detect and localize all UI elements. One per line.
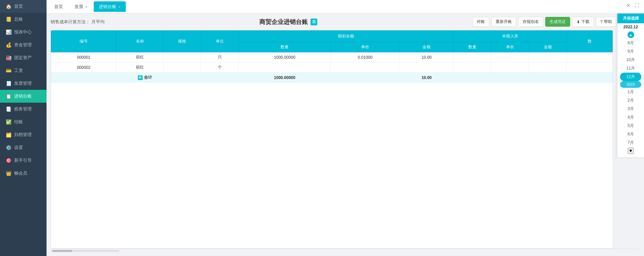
sidebar-item-label: 工资 xyxy=(14,68,23,74)
sidebar-item-label: 发票管理 xyxy=(14,80,32,86)
sidebar-item-label: 设置 xyxy=(14,145,23,151)
cell-amount-in xyxy=(529,52,567,62)
cell-price-begin: 0.01000 xyxy=(331,52,400,62)
help-button[interactable]: ? 帮助 xyxy=(596,17,616,27)
cell-name: 前红 xyxy=(116,52,163,62)
month-item-3[interactable]: 3月 xyxy=(617,105,640,113)
month-item-6[interactable]: 6月 xyxy=(617,130,640,138)
reconcile-button[interactable]: 对账 xyxy=(472,17,489,27)
tab-purchase-sales-label: 进销台账 xyxy=(99,4,116,10)
bottom-scrollbar[interactable] xyxy=(51,249,640,253)
title-icon: 目 xyxy=(311,19,317,25)
month-item-9[interactable]: 9月 xyxy=(617,47,640,56)
sidebar-item-checkout[interactable]: ✅ 结账 xyxy=(0,116,47,128)
close-button[interactable]: ✕ xyxy=(625,2,632,9)
tax-icon: 📑 xyxy=(5,106,11,112)
cell-name: 前红 xyxy=(116,62,163,73)
ledger-icon: 📒 xyxy=(5,17,11,22)
reopen-button[interactable]: 重新开账 xyxy=(491,17,516,27)
month-item-5[interactable]: 5月 xyxy=(617,122,640,130)
total-amount-begin: 10.00 xyxy=(400,73,453,83)
cost-method-label: 销售成本计算方法： xyxy=(51,19,90,24)
month-picker-down-button[interactable]: ▼ xyxy=(628,148,634,154)
sidebar-item-invoice-management[interactable]: 🧾 发票管理 xyxy=(0,77,47,90)
archive-icon: 🗂️ xyxy=(5,132,11,137)
sidebar-item-settings[interactable]: ⚙️ 设置 xyxy=(0,141,47,154)
reports-icon: 📊 xyxy=(5,29,11,35)
cell-extra xyxy=(567,52,613,62)
month-item-8[interactable]: 8月 xyxy=(617,39,640,47)
table-total-row: 合 合计 1000.00000 10.00 xyxy=(51,73,613,83)
tab-invoice-close[interactable]: × xyxy=(85,5,87,9)
month-item-1[interactable]: 1月 xyxy=(617,88,640,96)
download-button[interactable]: ⬇ 下载 xyxy=(572,17,594,27)
tab-bar: 首页 发票 × 进销台账 × xyxy=(47,0,644,14)
subheader-price-begin: 单价 xyxy=(331,42,400,52)
sidebar: 🏠 首页 📒 总账 📊 报表中心 💰 资金管理 🏭 固定资产 💳 工资 🧾 发票… xyxy=(0,0,47,256)
table-row[interactable]: 000001 前红 只 1000.00000 0.01000 10.00 xyxy=(51,52,613,62)
month-item-7[interactable]: 7月 xyxy=(617,138,640,147)
cell-code: 000002 xyxy=(51,62,116,73)
save-alias-label: 存报别名 xyxy=(523,19,539,25)
cell-price-in xyxy=(491,62,529,73)
generate-voucher-label: 生成凭证 xyxy=(550,19,566,25)
sidebar-item-reports[interactable]: 📊 报表中心 xyxy=(0,26,47,39)
subheader-qty-begin: 数量 xyxy=(239,42,331,52)
month-item-4[interactable]: 4月 xyxy=(617,113,640,122)
help-label: 帮助 xyxy=(604,19,612,25)
tab-purchase-sales-close[interactable]: × xyxy=(118,5,120,9)
content-area: 销售成本计算方法： 月平均 商贸企业进销台账 目 对账 重新开账 存报别名 xyxy=(47,14,644,256)
subheader-amount-in: 金额 xyxy=(529,42,567,52)
fixed-assets-icon: 🏭 xyxy=(5,55,11,60)
tab-home-label: 首页 xyxy=(54,4,63,10)
sidebar-item-payroll[interactable]: 💳 工资 xyxy=(0,64,47,77)
month-item-11[interactable]: 11月 xyxy=(617,64,640,73)
purchase-sales-icon: 📋 xyxy=(5,94,11,99)
reconcile-label: 对账 xyxy=(477,19,485,25)
cell-amount-in xyxy=(529,62,567,73)
sidebar-item-label: 新手引导 xyxy=(14,157,32,163)
month-item-10[interactable]: 10月 xyxy=(617,56,640,64)
sidebar-item-label: 归档管理 xyxy=(14,132,32,138)
cell-qty-in xyxy=(453,62,491,73)
checkout-icon: ✅ xyxy=(5,119,11,125)
month-item-2[interactable]: 2月 xyxy=(617,96,640,105)
sidebar-item-fund-management[interactable]: 💰 资金管理 xyxy=(0,39,47,51)
sidebar-item-label: 结账 xyxy=(14,119,23,125)
sidebar-item-fixed-assets[interactable]: 🏭 固定资产 xyxy=(0,51,47,64)
cell-qty-in xyxy=(453,52,491,62)
download-icon: ⬇ xyxy=(577,20,580,24)
col-header-spec: 规格 xyxy=(163,31,201,52)
sidebar-item-tax-management[interactable]: 📑 税务管理 xyxy=(0,103,47,116)
sidebar-item-purchase-sales[interactable]: 📋 进销台账 xyxy=(0,90,47,103)
sidebar-item-home[interactable]: 🏠 首页 xyxy=(0,0,47,13)
cell-spec xyxy=(163,62,201,73)
page-title: 商贸企业进销台账 xyxy=(259,18,308,26)
tab-home[interactable]: 首页 xyxy=(49,1,68,12)
subheader-price-in: 单价 xyxy=(491,42,529,52)
tab-invoice[interactable]: 发票 × xyxy=(69,1,92,12)
cell-unit: 个 xyxy=(201,62,239,73)
download-label: 下载 xyxy=(581,19,589,25)
generate-voucher-button[interactable]: 生成凭证 xyxy=(545,17,570,27)
sidebar-item-archive-management[interactable]: 🗂️ 归档管理 xyxy=(0,128,47,141)
sidebar-item-general-ledger[interactable]: 📒 总账 xyxy=(0,13,47,26)
guide-icon: 🎯 xyxy=(5,158,11,163)
col-header-code: 编号 xyxy=(51,31,116,52)
maximize-button[interactable]: ⛶ xyxy=(633,2,641,9)
tab-purchase-sales[interactable]: 进销台账 × xyxy=(94,1,125,12)
sidebar-item-label: 首页 xyxy=(14,3,23,9)
sidebar-item-membership[interactable]: 👑 畅会员 xyxy=(0,167,47,180)
total-label-text: 合计 xyxy=(144,75,152,80)
save-alias-button[interactable]: 存报别名 xyxy=(518,17,543,27)
col-header-extra: 数 xyxy=(567,31,613,52)
col-header-inbound: 本期入库 xyxy=(453,31,567,42)
month-picker-panel: 月份选择 2022.12 ▲ 8月 9月 10月 11月 12月 2023 1月… xyxy=(617,30,640,158)
month-item-12[interactable]: 12月 xyxy=(620,73,640,81)
sidebar-item-newbie-guide[interactable]: 🎯 新手引导 xyxy=(0,154,47,167)
page-title-area: 商贸企业进销台账 目 xyxy=(259,18,317,26)
cell-code: 000001 xyxy=(51,52,116,62)
table-row[interactable]: 000002 前红 个 xyxy=(51,62,613,73)
window-controls: ✕ ⛶ xyxy=(622,0,644,11)
month-picker-up-button[interactable]: ▲ xyxy=(627,31,634,38)
